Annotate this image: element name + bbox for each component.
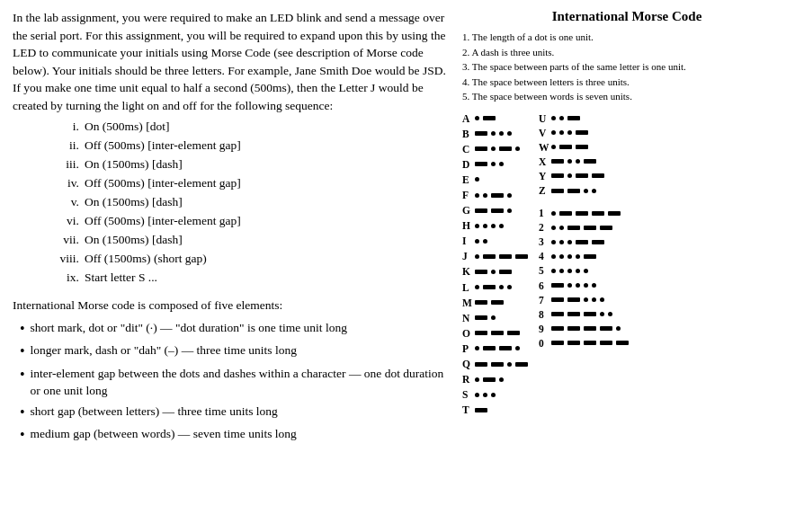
morse-letter-label: 9 <box>539 322 549 336</box>
morse-dash <box>483 254 496 259</box>
morse-symbols <box>475 193 512 198</box>
morse-dot <box>576 159 580 164</box>
morse-dot <box>475 254 479 259</box>
morse-letter-label: 5 <box>539 263 549 278</box>
morse-dash <box>576 173 588 178</box>
morse-row: O <box>462 326 528 341</box>
sequence-text: On (1500ms) [dash] <box>85 193 183 212</box>
morse-symbols <box>475 362 528 367</box>
morse-dash <box>475 162 487 166</box>
morse-row: K <box>462 264 528 279</box>
morse-letter-label: 0 <box>539 336 549 350</box>
morse-dash <box>567 189 580 193</box>
morse-symbols <box>475 270 512 274</box>
morse-letter-label: 4 <box>539 249 549 263</box>
morse-symbols <box>551 297 604 302</box>
morse-symbols <box>475 300 504 305</box>
morse-dot <box>559 130 564 135</box>
sequence-text: On (1500ms) [dash] <box>85 231 183 250</box>
morse-row: I <box>462 234 528 248</box>
morse-dot <box>592 283 596 288</box>
morse-row: P <box>462 341 528 356</box>
morse-dash <box>559 211 572 216</box>
morse-symbols <box>475 346 520 350</box>
morse-dot <box>491 131 496 136</box>
morse-letter-label: 3 <box>539 235 549 249</box>
morse-dash <box>475 362 487 367</box>
morse-dot <box>491 162 496 166</box>
morse-dash <box>483 377 496 382</box>
morse-dot <box>499 131 504 136</box>
morse-symbols <box>475 146 520 151</box>
morse-row: 7 <box>539 293 629 307</box>
element-text: short mark, dot or "dit" (·) — "dot dura… <box>31 319 347 339</box>
sequence-item: ii.Off (500ms) [inter-element gap] <box>49 137 453 155</box>
morse-symbols <box>551 226 612 230</box>
morse-dot <box>483 393 487 397</box>
morse-dot <box>600 312 604 316</box>
morse-dot <box>499 224 504 228</box>
sequence-text: Start letter S ... <box>85 269 157 288</box>
morse-symbols <box>551 189 596 193</box>
element-text: short gap (between letters) — three time… <box>31 403 278 422</box>
morse-row: 8 <box>539 307 629 322</box>
morse-symbols <box>551 159 596 164</box>
morse-dash <box>584 254 596 259</box>
morse-dot <box>475 116 479 120</box>
morse-dash <box>507 331 520 335</box>
morse-rule: The space between parts of the same lett… <box>462 59 791 75</box>
morse-dash <box>576 145 588 149</box>
morse-dot <box>499 285 504 289</box>
morse-dash <box>584 341 596 345</box>
morse-symbols <box>475 208 512 213</box>
morse-row: N <box>462 311 528 325</box>
morse-dash <box>616 341 629 345</box>
morse-row: A <box>462 111 528 126</box>
morse-row: B <box>462 127 528 141</box>
sequence-item: vi.Off (500ms) [inter-element gap] <box>49 212 453 231</box>
morse-letter-label: X <box>539 155 549 169</box>
morse-col-right: UVWXYZ 1234567890 <box>539 111 629 418</box>
element-text: longer mark, dash or "dah" (–) — three t… <box>31 341 297 361</box>
morse-letter-label: 7 <box>539 293 549 307</box>
sequence-item: viii.Off (1500ms) (short gap) <box>49 250 453 269</box>
morse-symbols <box>551 130 588 135</box>
element-text: medium gap (between words) — seven time … <box>31 425 297 445</box>
morse-dash <box>600 326 612 331</box>
morse-dot <box>507 285 512 289</box>
morse-dash <box>600 341 612 345</box>
sequence-item: ix.Start letter S ... <box>49 269 453 288</box>
morse-dash <box>551 189 564 193</box>
morse-dot <box>475 346 479 350</box>
morse-symbols <box>551 116 580 120</box>
sequence-list: i.On (500ms) [dot]ii.Off (500ms) [inter-… <box>49 118 453 287</box>
morse-row: C <box>462 142 528 156</box>
elements-intro: International Morse code is composed of … <box>13 297 453 315</box>
morse-dot <box>559 240 564 244</box>
morse-row: 1 <box>539 206 629 220</box>
morse-letter-label: 1 <box>539 206 549 220</box>
sequence-item: vii.On (1500ms) [dash] <box>49 231 453 250</box>
morse-symbols <box>551 145 588 149</box>
morse-dot <box>616 326 621 331</box>
morse-symbols <box>475 177 479 182</box>
morse-dash <box>475 208 487 213</box>
morse-dash <box>551 297 564 302</box>
morse-dot <box>567 240 572 244</box>
morse-rule: The space between letters is three units… <box>462 75 791 90</box>
morse-dash <box>584 159 596 164</box>
sequence-text: On (500ms) [dot] <box>85 118 170 137</box>
morse-dot <box>584 189 588 193</box>
morse-row: J <box>462 249 528 263</box>
morse-letter-label: S <box>462 387 473 402</box>
morse-letter-label: U <box>539 111 549 126</box>
morse-dot <box>475 393 479 397</box>
morse-dash <box>567 326 580 331</box>
morse-dash <box>551 173 564 178</box>
morse-rule: The space between words is seven units. <box>462 89 791 104</box>
morse-row: M <box>462 296 528 310</box>
sequence-num: v. <box>49 193 79 212</box>
morse-dash <box>551 326 564 331</box>
morse-dot <box>499 377 504 382</box>
morse-dot <box>507 131 512 136</box>
